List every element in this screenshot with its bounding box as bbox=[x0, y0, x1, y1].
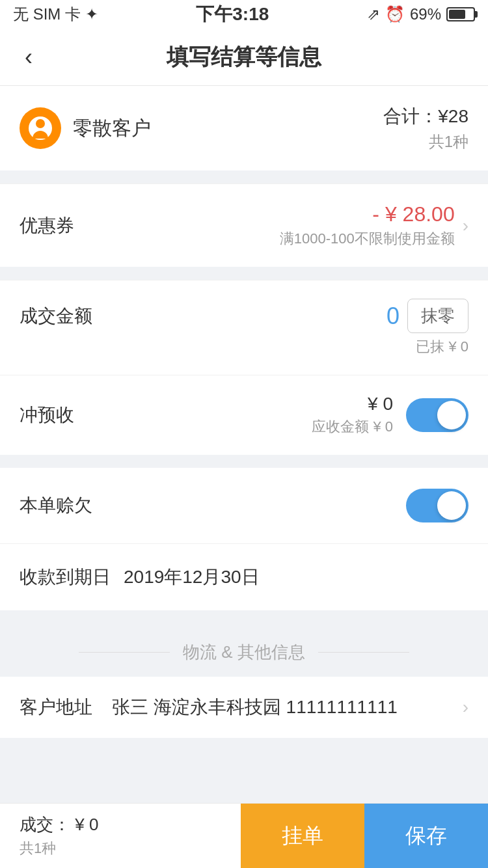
debt-toggle-knob bbox=[437, 491, 466, 520]
duedate-row: 收款到期日 2019年12月30日 bbox=[0, 543, 488, 610]
debt-label: 本单赊欠 bbox=[20, 493, 92, 518]
battery-percent: 69% bbox=[410, 5, 441, 23]
nav-title: 填写结算等信息 bbox=[167, 42, 321, 72]
address-section[interactable]: 客户地址 张三 海淀永丰科技园 11111111111 › bbox=[0, 677, 488, 738]
prepay-value: ¥ 0 bbox=[312, 394, 393, 414]
avatar-icon bbox=[29, 116, 52, 140]
coupon-subtext: 满1000-100不限制使用金额 bbox=[280, 229, 455, 249]
transaction-amount-section: 成交金额 0 抹零 已抹 ¥ 0 bbox=[0, 280, 488, 375]
coupon-right: - ¥ 28.00 满1000-100不限制使用金额 › bbox=[280, 202, 468, 249]
bottom-deal-label: 成交： bbox=[20, 815, 70, 834]
status-bar: 无 SIM 卡 ✦ 下午3:18 ⇗ ⏰ 69% bbox=[0, 0, 488, 29]
prepay-right: ¥ 0 应收金额 ¥ 0 bbox=[312, 394, 468, 437]
transaction-label: 成交金额 bbox=[20, 304, 92, 329]
toggle-knob bbox=[437, 401, 466, 429]
bottom-deal-value: ¥ 0 bbox=[75, 815, 98, 834]
address-label: 客户地址 bbox=[20, 695, 92, 720]
transaction-subtext: 已抹 ¥ 0 bbox=[20, 337, 468, 357]
prepay-section: 冲预收 ¥ 0 应收金额 ¥ 0 bbox=[0, 375, 488, 455]
bottom-bar: 成交： ¥ 0 共1种 挂单 保存 bbox=[0, 803, 488, 868]
coupon-row[interactable]: 优惠券 - ¥ 28.00 满1000-100不限制使用金额 › bbox=[0, 183, 488, 267]
customer-name: 零散客户 bbox=[73, 115, 151, 142]
coupon-chevron-icon: › bbox=[463, 215, 468, 236]
prepay-label: 冲预收 bbox=[20, 403, 74, 427]
alarm-icon: ⏰ bbox=[385, 5, 405, 23]
prepay-subtext: 应收金额 ¥ 0 bbox=[312, 417, 393, 437]
address-value: 张三 海淀永丰科技园 11111111111 bbox=[112, 695, 463, 720]
address-chevron-icon: › bbox=[463, 697, 468, 718]
customer-avatar bbox=[20, 107, 61, 149]
customer-section: 零散客户 合计：¥28 共1种 bbox=[0, 86, 488, 170]
location-icon: ⇗ bbox=[367, 5, 380, 23]
transaction-right: 0 抹零 bbox=[386, 299, 468, 333]
debt-section: 本单赊欠 收款到期日 2019年12月30日 bbox=[0, 468, 488, 610]
round-button[interactable]: 抹零 bbox=[407, 299, 468, 333]
total-amount: 合计：¥28 bbox=[383, 104, 468, 129]
status-left: 无 SIM 卡 ✦ bbox=[13, 4, 98, 25]
bottom-info: 成交： ¥ 0 共1种 bbox=[0, 804, 241, 868]
logistics-header: 物流 & 其他信息 bbox=[0, 623, 488, 677]
logistics-label: 物流 & 其他信息 bbox=[79, 641, 409, 664]
address-row[interactable]: 客户地址 张三 海淀永丰科技园 11111111111 › bbox=[0, 677, 488, 738]
coupon-value-col: - ¥ 28.00 满1000-100不限制使用金额 bbox=[280, 202, 455, 249]
hang-button[interactable]: 挂单 bbox=[241, 804, 364, 868]
battery-icon bbox=[446, 7, 475, 21]
bottom-deal-row: 成交： ¥ 0 bbox=[20, 813, 221, 836]
bottom-count: 共1种 bbox=[20, 839, 221, 858]
prepay-row: 冲预收 ¥ 0 应收金额 ¥ 0 bbox=[20, 394, 468, 437]
duedate-value: 2019年12月30日 bbox=[124, 565, 260, 590]
transaction-row: 成交金额 0 抹零 bbox=[20, 299, 468, 333]
customer-left: 零散客户 bbox=[20, 107, 151, 149]
sim-status: 无 SIM 卡 ✦ bbox=[13, 4, 98, 25]
prepay-toggle[interactable] bbox=[406, 398, 468, 432]
debt-row: 本单赊欠 bbox=[0, 468, 488, 543]
coupon-label: 优惠券 bbox=[20, 213, 74, 238]
duedate-label: 收款到期日 bbox=[20, 565, 111, 590]
coupon-value: - ¥ 28.00 bbox=[280, 202, 455, 226]
status-time: 下午3:18 bbox=[196, 2, 269, 27]
total-count: 共1种 bbox=[383, 131, 468, 152]
nav-bar: ‹ 填写结算等信息 bbox=[0, 29, 488, 86]
transaction-value: 0 bbox=[386, 303, 400, 330]
status-right: ⇗ ⏰ 69% bbox=[367, 5, 475, 23]
debt-toggle[interactable] bbox=[406, 489, 468, 522]
customer-row: 零散客户 合计：¥28 共1种 bbox=[0, 86, 488, 170]
save-button[interactable]: 保存 bbox=[364, 804, 488, 868]
customer-right: 合计：¥28 共1种 bbox=[383, 104, 468, 152]
coupon-section[interactable]: 优惠券 - ¥ 28.00 满1000-100不限制使用金额 › bbox=[0, 183, 488, 267]
back-button[interactable]: ‹ bbox=[18, 37, 39, 77]
prepay-values: ¥ 0 应收金额 ¥ 0 bbox=[312, 394, 393, 437]
transaction-section: 成交金额 0 抹零 已抹 ¥ 0 冲预收 ¥ 0 应收金额 ¥ 0 bbox=[0, 280, 488, 455]
